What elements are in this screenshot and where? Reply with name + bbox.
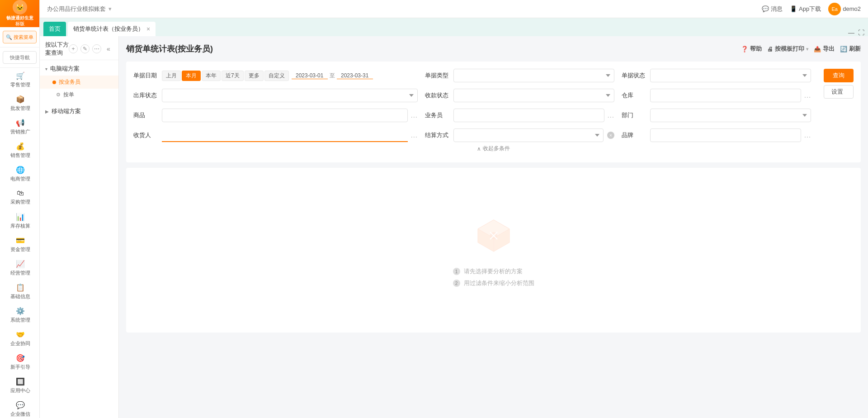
shortcut-this-year[interactable]: 本年: [202, 71, 221, 81]
appstore-icon: 🔲: [16, 377, 25, 386]
receiver-picker-btn[interactable]: …: [410, 131, 418, 139]
wholesale-icon: 📦: [16, 95, 25, 104]
page-title-bar: 销货单统计表(按业务员) ❓ 帮助 🖨 按模板打印 ▾ 📤 导出: [126, 43, 861, 54]
receiver-input[interactable]: [162, 128, 408, 142]
sidebar: 🐱 畅捷通好生意 标版 🔍 搜索菜单 快捷导航 🛒 零售管理 📦 批发管理 📢 …: [0, 0, 40, 418]
left-panel: 按以下方案查询 + ✎ ⋯ « ▾ 电脑端方案 按业务员: [40, 36, 119, 418]
warehouse-input[interactable]: [650, 89, 801, 102]
left-panel-actions: + ✎ ⋯ «: [69, 44, 113, 53]
filter-out-status: 出库状态: [133, 89, 425, 102]
sidebar-item-enterprise[interactable]: 🤝 企业协同: [0, 327, 39, 350]
goods-input[interactable]: [162, 109, 408, 122]
doc-type-select[interactable]: [453, 69, 614, 82]
sidebar-item-ecommerce[interactable]: 🌐 电商管理: [0, 162, 39, 185]
sidebar-item-newbie[interactable]: 🎯 新手引导: [0, 350, 39, 374]
tab-home[interactable]: 首页: [43, 22, 66, 36]
filter-salesperson: 业务员 …: [425, 109, 622, 122]
sidebar-search-section: 🔍 搜索菜单: [0, 27, 39, 48]
sidebar-item-purchase[interactable]: 🛍 采购管理: [0, 185, 39, 209]
plan-item-by-order[interactable]: ⚙ 按单: [40, 89, 118, 101]
sidebar-item-retail[interactable]: 🛒 零售管理: [0, 68, 39, 91]
warehouse-picker-btn[interactable]: …: [804, 91, 811, 100]
shortcut-more[interactable]: 更多: [245, 71, 264, 81]
quick-nav-button[interactable]: 快捷导航: [3, 51, 37, 64]
breadcrumb-dropdown-icon[interactable]: ▾: [108, 5, 112, 12]
sidebar-item-operation[interactable]: 📈 经营管理: [0, 256, 39, 280]
sidebar-item-appstore[interactable]: 🔲 应用中心: [0, 374, 39, 397]
settings-button[interactable]: 设置: [824, 85, 854, 99]
brand-picker-btn[interactable]: …: [804, 131, 811, 139]
empty-tip-1: 1 请先选择要分析的方案: [453, 267, 534, 276]
minimize-icon[interactable]: —: [848, 29, 854, 36]
shortcut-custom[interactable]: 自定义: [264, 71, 289, 81]
sidebar-item-basic[interactable]: 📋 基础信息: [0, 280, 39, 303]
filter-brand: 品牌 …: [622, 128, 818, 142]
sidebar-item-finance[interactable]: 💳 资金管理: [0, 233, 39, 256]
breadcrumb: 办公用品行业模拟账套 ▾: [47, 5, 756, 13]
date-from-input[interactable]: [292, 72, 328, 79]
page-title: 销货单统计表(按业务员): [126, 43, 213, 54]
sidebar-item-wholesale[interactable]: 📦 批发管理: [0, 91, 39, 115]
export-button[interactable]: 📤 导出: [814, 45, 835, 53]
filter-receiver: 收货人 …: [133, 128, 425, 142]
payment-status-select[interactable]: [453, 89, 614, 102]
desktop-plan-group-header[interactable]: ▾ 电脑端方案: [40, 62, 118, 76]
sidebar-item-marketing[interactable]: 📢 营销推广: [0, 115, 39, 138]
filter-date: 单据日期 上月 本月 本年 近7天 更多 自定义: [133, 71, 425, 81]
query-button-group: 查询 设置: [824, 69, 854, 142]
mobile-plan-group-header[interactable]: ▶ 移动端方案: [40, 104, 118, 118]
department-select[interactable]: [650, 109, 811, 122]
ecommerce-icon: 🌐: [16, 166, 25, 174]
out-status-select[interactable]: [162, 89, 418, 102]
date-to-input[interactable]: [337, 72, 373, 79]
shortcut-7days[interactable]: 近7天: [222, 71, 244, 81]
user-avatar-button[interactable]: Ea demo2: [828, 3, 861, 15]
add-plan-button[interactable]: +: [69, 44, 78, 53]
salesperson-input[interactable]: [453, 109, 604, 122]
print-dropdown-icon[interactable]: ▾: [806, 47, 808, 52]
sidebar-menu: 🛒 零售管理 📦 批发管理 📢 营销推广 💰 销售管理 🌐 电商管理 🛍 采购管…: [0, 68, 39, 418]
date-shortcut-area: 上月 本月 本年 近7天 更多 自定义 至: [162, 71, 418, 81]
sidebar-item-inventory[interactable]: 📊 库存核算: [0, 209, 39, 233]
settlement-select[interactable]: [453, 128, 604, 142]
help-button[interactable]: ❓ 帮助: [741, 45, 762, 53]
marketing-icon: 📢: [16, 119, 25, 127]
tab-sales-stat[interactable]: 销货单统计表（按业务员） ×: [68, 22, 156, 36]
settlement-clear-btn[interactable]: ×: [607, 132, 614, 139]
chevron-up-icon: ∧: [477, 146, 481, 152]
collapse-filter-button[interactable]: ∧ 收起多条件: [477, 145, 510, 152]
doc-status-select[interactable]: [650, 69, 811, 82]
system-icon: ⚙️: [16, 307, 25, 315]
edit-plan-button[interactable]: ✎: [80, 44, 90, 53]
sidebar-item-system[interactable]: ⚙️ 系统管理: [0, 303, 39, 327]
filter-row-2: 出库状态 收款状态: [133, 89, 818, 102]
filter-payment-status: 收款状态: [425, 89, 622, 102]
delete-plan-button[interactable]: ⋯: [92, 44, 101, 53]
message-button[interactable]: 💬 消息: [762, 5, 783, 13]
plan-item-by-salesperson[interactable]: 按业务员: [40, 76, 118, 89]
print-button[interactable]: 🖨 按模板打印 ▾: [767, 45, 808, 53]
print-icon: 🖨: [767, 46, 773, 52]
app-download-button[interactable]: 📱 App下载: [790, 5, 821, 13]
tab-close-button[interactable]: ×: [146, 25, 150, 33]
goods-picker-btn[interactable]: …: [410, 111, 418, 119]
shortcut-this-month[interactable]: 本月: [182, 71, 201, 81]
page-title-actions: ❓ 帮助 🖨 按模板打印 ▾ 📤 导出 🔄 刷新: [741, 45, 861, 53]
sidebar-item-wechat[interactable]: 💬 企业微信: [0, 397, 39, 418]
maximize-icon[interactable]: ⛶: [858, 29, 864, 36]
shortcut-prev-month[interactable]: 上月: [162, 71, 181, 81]
brand-input[interactable]: [650, 128, 801, 142]
collapse-panel-button[interactable]: «: [104, 44, 113, 53]
refresh-button[interactable]: 🔄 刷新: [840, 45, 861, 53]
logo-text: 畅捷通好生意: [6, 15, 33, 21]
search-menu-button[interactable]: 🔍 搜索菜单: [3, 31, 37, 43]
left-panel-header: 按以下方案查询 + ✎ ⋯ «: [40, 36, 118, 60]
operation-icon: 📈: [16, 260, 25, 268]
query-button[interactable]: 查询: [824, 69, 854, 82]
right-content: 销货单统计表(按业务员) ❓ 帮助 🖨 按模板打印 ▾ 📤 导出: [119, 36, 868, 418]
sidebar-item-sales[interactable]: 💰 销售管理: [0, 138, 39, 162]
basic-icon: 📋: [16, 283, 25, 292]
avatar: Ea: [828, 3, 841, 15]
salesperson-picker-btn[interactable]: …: [607, 111, 614, 119]
filter-row-4: 收货人 … 结算方式: [133, 128, 818, 142]
